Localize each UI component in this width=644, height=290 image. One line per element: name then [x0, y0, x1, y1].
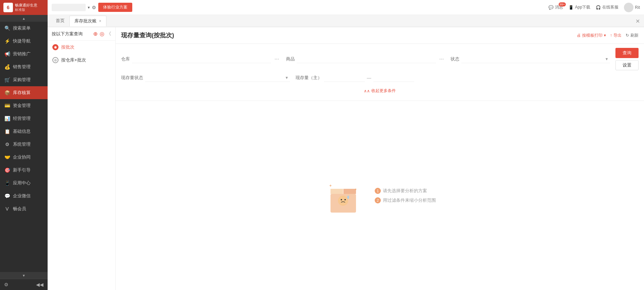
sidebar-item-企业微信[interactable]: 💬企业微信 — [0, 189, 48, 202]
tab-inventory-batch[interactable]: 库存批次账 × — [69, 16, 106, 26]
topbar-left: ▾ ⚙ 体验行业方案 — [52, 3, 546, 12]
sidebar-item-应用中心[interactable]: 📱应用中心 — [0, 177, 48, 189]
inventory-status-select[interactable]: ▾ — [145, 74, 290, 82]
sidebar-item-经营管理[interactable]: 📊经营管理 — [0, 112, 48, 125]
sidebar-header: 6 畅康通好生意 标准版 — [0, 0, 48, 15]
status-label: 状态 — [451, 56, 459, 62]
sidebar-item-icon-3: 💰 — [4, 64, 10, 70]
collapse-sidebar-icon[interactable]: ◀◀ — [36, 282, 44, 287]
sidebar-item-基础信息[interactable]: 📋基础信息 — [0, 125, 48, 138]
inventory-status-label: 现存量状态 — [121, 75, 143, 81]
svg-text:✦: ✦ — [329, 183, 332, 188]
topbar-dropdown-icon[interactable]: ▾ — [88, 5, 90, 10]
print-dropdown-icon[interactable]: ▾ — [604, 33, 606, 38]
sidebar-item-label-12: 应用中心 — [13, 180, 31, 186]
sidebar-item-新手引导[interactable]: 🎯新手引导 — [0, 164, 48, 177]
app-logo: 6 — [3, 3, 13, 12]
app-download-item[interactable]: 📱 App下载 — [569, 4, 590, 10]
query-button[interactable]: 查询 — [615, 48, 639, 58]
sidebar-item-icon-4: 🛒 — [4, 77, 10, 83]
inventory-qty-label: 现存量（主） — [295, 75, 322, 81]
empty-state: ✦ ✦ 1 请先选择要分析的方案 2 用过滤条件来缩小分析范围 — [116, 101, 644, 290]
add-scheme-icon[interactable]: ⊕ — [93, 31, 98, 37]
filter-product: 商品 ··· — [286, 55, 445, 63]
product-more-icon[interactable]: ··· — [438, 56, 445, 62]
empty-step-1-text: 请先选择要分析的方案 — [383, 188, 427, 194]
warehouse-more-icon[interactable]: ··· — [273, 56, 280, 62]
message-item[interactable]: 💬 消息 99+ — [548, 4, 563, 10]
message-icon: 💬 — [548, 5, 554, 10]
export-icon: ↑ — [610, 33, 612, 38]
status-dropdown-icon: ▾ — [606, 56, 608, 61]
product-input[interactable] — [297, 55, 436, 63]
refresh-button[interactable]: ↻ 刷新 — [626, 33, 639, 38]
sidebar-item-库存核算[interactable]: 📦库存核算 — [0, 86, 48, 99]
empty-illustration: ✦ ✦ — [324, 175, 365, 216]
sidebar-scroll-down[interactable]: ▼ — [0, 272, 48, 279]
main-content: ▾ ⚙ 体验行业方案 💬 消息 99+ 📱 App下载 🎧 在线客服 Rit — [48, 0, 644, 290]
collapse-panel-icon[interactable]: 《 — [106, 31, 111, 37]
status-select[interactable]: ▾ — [461, 55, 610, 63]
scheme-item-batch[interactable]: ◉ 按批次 — [48, 41, 115, 54]
empty-text: 1 请先选择要分析的方案 2 用过滤条件来缩小分析范围 — [375, 188, 436, 203]
sidebar-item-搜索菜单[interactable]: 🔍搜索菜单 — [0, 22, 48, 35]
sidebar-item-icon-7: 📊 — [4, 115, 10, 122]
sidebar-item-label-4: 采购管理 — [13, 77, 31, 83]
sidebar-item-畅会员[interactable]: V畅会员 — [0, 202, 48, 215]
tab-home-label: 首页 — [56, 18, 65, 24]
warehouse-input[interactable] — [132, 55, 271, 63]
scheme-item-warehouse-batch[interactable]: ◎ 按仓库+批次 — [48, 54, 115, 67]
title-actions: 🖨 按模板打印 ▾ ↑ 导出 ↻ 刷新 — [577, 33, 639, 38]
svg-point-1 — [338, 196, 348, 206]
tab-close-icon[interactable]: × — [99, 19, 101, 23]
sidebar-item-label-1: 快捷导航 — [13, 38, 31, 44]
svg-point-4 — [347, 196, 349, 199]
left-panel-header: 按以下方案查询 ⊕ ◎ 《 — [48, 27, 115, 41]
search-input[interactable] — [52, 4, 86, 11]
export-button[interactable]: ↑ 导出 — [610, 33, 622, 38]
inventory-qty-dash: — — [367, 75, 371, 80]
app-download-icon: 📱 — [569, 5, 574, 10]
sidebar-item-采购管理[interactable]: 🛒采购管理 — [0, 73, 48, 86]
inventory-qty-from-input[interactable] — [324, 74, 365, 82]
sidebar: 6 畅康通好生意 标准版 ▲ 🔍搜索菜单⚡快捷导航📢营销推广💰销售管理🛒采购管理… — [0, 0, 48, 290]
product-label: 商品 — [286, 56, 295, 62]
sidebar-item-label-11: 新手引导 — [13, 167, 31, 173]
scheme-list: ◉ 按批次 ◎ 按仓库+批次 — [48, 41, 115, 67]
svg-point-2 — [341, 199, 342, 200]
inventory-status-dropdown-icon: ▾ — [286, 75, 288, 80]
step-2-num: 2 — [375, 197, 381, 203]
sidebar-item-label-0: 搜索菜单 — [13, 25, 31, 31]
sidebar-item-label-2: 营销推广 — [13, 51, 31, 57]
user-item[interactable]: Rit — [624, 3, 640, 12]
sidebar-item-label-9: 系统管理 — [13, 141, 31, 147]
print-button[interactable]: 🖨 按模板打印 ▾ — [577, 33, 606, 38]
sidebar-item-销售管理[interactable]: 💰销售管理 — [0, 60, 48, 73]
settings-icon[interactable]: ⚙ — [4, 282, 9, 287]
sidebar-item-资金管理[interactable]: 💳资金管理 — [0, 99, 48, 112]
online-service-item[interactable]: 🎧 在线客服 — [596, 4, 618, 10]
scheme-settings-icon[interactable]: ◎ — [100, 31, 104, 37]
topbar: ▾ ⚙ 体验行业方案 💬 消息 99+ 📱 App下载 🎧 在线客服 Rit — [48, 0, 644, 15]
sidebar-item-系统管理[interactable]: ⚙系统管理 — [0, 138, 48, 151]
tab-bar-close-icon[interactable]: ✕ — [635, 18, 640, 24]
collapse-more-btn[interactable]: ∧∧ 收起更多条件 — [121, 85, 639, 96]
sidebar-item-icon-6: 💳 — [4, 103, 10, 109]
left-panel-title: 按以下方案查询 — [52, 31, 83, 37]
filter-inventory-qty: 现存量（主） — — [295, 74, 464, 82]
headset-icon: 🎧 — [596, 5, 601, 10]
scheme-warehouse-batch-label: 按仓库+批次 — [61, 57, 86, 63]
sidebar-item-营销推广[interactable]: 📢营销推广 — [0, 48, 48, 60]
filter-settings-button[interactable]: 设置 — [615, 60, 639, 70]
sidebar-item-icon-12: 📱 — [4, 180, 10, 186]
scheme-batch-icon: ◉ — [52, 44, 58, 50]
tab-home[interactable]: 首页 — [51, 16, 69, 26]
scheme-batch-label: 按批次 — [61, 44, 74, 50]
sidebar-item-icon-10: 🤝 — [4, 154, 10, 160]
sidebar-item-快捷导航[interactable]: ⚡快捷导航 — [0, 35, 48, 48]
sidebar-scroll-up[interactable]: ▲ — [0, 15, 48, 22]
sidebar-item-企业协同[interactable]: 🤝企业协同 — [0, 151, 48, 164]
trial-button[interactable]: 体验行业方案 — [98, 3, 132, 12]
inventory-qty-to-input[interactable] — [373, 74, 414, 82]
topbar-gear-icon[interactable]: ⚙ — [92, 5, 96, 10]
